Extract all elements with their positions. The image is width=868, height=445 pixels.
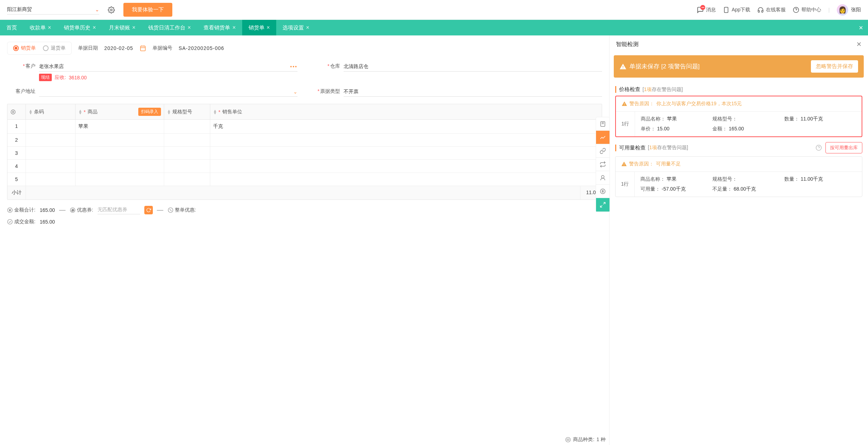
warning-icon xyxy=(621,161,627,167)
order-discount-label: 整单优惠: xyxy=(168,207,196,213)
avail-warning-card: 警告原因： 可用量不足 1行 商品名称：苹果 规格型号： 数量：11.00千克 … xyxy=(615,156,862,197)
col-product[interactable]: ▲▼*商品扫码录入 xyxy=(76,104,164,119)
col-barcode[interactable]: ▲▼条码 xyxy=(26,104,76,119)
close-icon[interactable]: × xyxy=(132,24,135,31)
amount-total-label: ¥ 金额合计: xyxy=(7,207,35,213)
scan-button[interactable]: 扫码录入 xyxy=(138,108,161,116)
svg-line-27 xyxy=(600,205,602,207)
app-download-link[interactable]: App下载 xyxy=(723,7,750,13)
doc-date-label: 单据日期 xyxy=(78,45,98,51)
table-row[interactable]: 3 xyxy=(7,147,602,160)
tab-daily-console[interactable]: 钱货日清工作台× xyxy=(142,20,197,35)
company-name: 阳江新商贸 xyxy=(7,6,32,13)
col-spec[interactable]: ▲▼规格型号 xyxy=(164,104,210,119)
avatar: 👩 xyxy=(837,4,848,16)
field-warehouse: *仓库 北清路店仓 xyxy=(312,62,602,81)
sort-icon: ▲▼ xyxy=(78,109,82,114)
help-icon[interactable] xyxy=(816,145,822,151)
headset-icon xyxy=(757,7,764,13)
grid-settings[interactable] xyxy=(7,104,26,119)
tab-options[interactable]: 选项设置× xyxy=(276,20,316,35)
tool-link-icon[interactable] xyxy=(596,144,610,158)
svg-point-0 xyxy=(111,9,112,11)
more-icon[interactable]: ••• xyxy=(290,64,297,69)
subtotal-label: 小计 xyxy=(7,186,26,199)
price-check-section: 价格检查 [1项存在警告问题] 警告原因： 你上次与该客户交易价格19，本次15… xyxy=(610,80,868,201)
refresh-icon[interactable] xyxy=(144,206,153,214)
ar-label: 应收: xyxy=(55,74,66,81)
customer-input[interactable]: 老张水果店 ••• xyxy=(39,62,297,72)
svg-text:券: 券 xyxy=(71,208,74,212)
chevron-down-icon: ⌄ xyxy=(95,7,99,12)
svg-line-16 xyxy=(169,209,171,211)
output-by-avail-button[interactable]: 按可用量出库 xyxy=(825,142,862,153)
coupon-input[interactable]: 无匹配优惠券 xyxy=(98,205,140,214)
close-icon[interactable]: × xyxy=(232,24,235,31)
svg-point-28 xyxy=(566,437,571,442)
address-input[interactable]: ⌄ xyxy=(39,87,297,97)
close-icon[interactable]: × xyxy=(267,24,270,31)
table-row[interactable]: 1苹果千克 xyxy=(7,120,602,134)
expand-icon[interactable] xyxy=(596,198,610,212)
tool-note-icon[interactable] xyxy=(596,117,610,131)
warehouse-input[interactable]: 北清路店仓 xyxy=(344,62,602,72)
close-icon[interactable]: × xyxy=(48,24,51,31)
tool-user-icon[interactable] xyxy=(596,171,610,185)
svg-point-17 xyxy=(7,219,12,224)
row-number: 1行 xyxy=(616,172,635,197)
close-icon[interactable]: × xyxy=(306,24,309,31)
warning-banner: 单据未保存 [2 项警告问题] 忽略警告并保存 xyxy=(614,55,864,78)
tab-sales-order[interactable]: 销货单× xyxy=(242,20,276,35)
user-menu[interactable]: 👩 张阳 xyxy=(837,4,861,16)
svg-rect-1 xyxy=(724,7,728,12)
right-pane-title: 智能检测 xyxy=(616,41,639,48)
tab-home[interactable]: 首页 xyxy=(0,20,23,35)
ignore-save-button[interactable]: 忽略警告并保存 xyxy=(811,60,858,73)
trial-button[interactable]: 我要体验一下 xyxy=(123,3,172,17)
help-icon xyxy=(793,7,799,13)
topbar: 阳江新商贸 ⌄ 我要体验一下 ••• 消息 App下载 在线客服 帮助中心 | … xyxy=(0,0,868,20)
col-unit[interactable]: ▲▼*销售单位 xyxy=(210,104,256,119)
tool-sync-icon[interactable] xyxy=(596,158,610,171)
field-invoice: *票据类型 不开票 xyxy=(312,87,602,97)
warning-icon xyxy=(622,101,627,107)
messages-link[interactable]: ••• 消息 xyxy=(697,6,716,13)
form-fields: *客户 老张水果店 ••• 现结 应收: 3618.00 *仓库 北清路店 xyxy=(7,58,602,104)
svg-point-9 xyxy=(12,111,14,113)
tool-analysis-icon[interactable] xyxy=(596,131,610,144)
ar-value: 3618.00 xyxy=(69,75,87,80)
table-row[interactable]: 5 xyxy=(7,173,602,186)
help-center-link[interactable]: 帮助中心 xyxy=(793,7,821,13)
calendar-icon[interactable] xyxy=(140,45,146,51)
close-icon[interactable]: × xyxy=(188,24,191,31)
price-check-title: 价格检查 [1项存在警告问题] xyxy=(615,86,862,93)
doc-no-label: 单据编号 xyxy=(152,45,172,51)
username: 张阳 xyxy=(851,7,861,13)
table-row[interactable]: 2 xyxy=(7,134,602,147)
gear-icon[interactable] xyxy=(106,5,116,15)
table-row[interactable]: 4 xyxy=(7,160,602,173)
mobile-icon xyxy=(723,7,729,13)
tab-receipt[interactable]: 收款单× xyxy=(23,20,57,35)
radio-sales-order[interactable]: 销货单 xyxy=(13,45,36,51)
svg-rect-5 xyxy=(140,46,145,51)
amount-total: 165.00 xyxy=(40,207,55,213)
online-service-link[interactable]: 在线客服 xyxy=(757,7,786,13)
invoice-input[interactable]: 不开票 xyxy=(344,87,602,97)
close-all-tabs[interactable]: × xyxy=(854,20,868,35)
radio-return-order[interactable]: 退货单 xyxy=(43,45,66,51)
final-amount-label: 成交金额: xyxy=(7,219,35,225)
tab-sales-history[interactable]: 销货单历史× xyxy=(57,20,102,35)
totals-area: ¥ 金额合计: 165.00 — 券 优惠券: 无匹配优惠券 — 整单优惠: xyxy=(7,200,602,231)
tab-month-lock[interactable]: 月末锁账× xyxy=(102,20,142,35)
row-number: 1行 xyxy=(616,112,635,136)
close-icon[interactable]: × xyxy=(93,24,96,31)
tool-money-icon[interactable] xyxy=(596,185,610,198)
close-icon[interactable]: ✕ xyxy=(856,40,862,48)
svg-point-10 xyxy=(11,110,15,114)
company-select[interactable]: 阳江新商贸 ⌄ xyxy=(7,5,99,15)
tab-view-sales[interactable]: 查看销货单× xyxy=(197,20,242,35)
doc-date-value[interactable]: 2020-02-05 xyxy=(104,45,133,51)
right-pane: 智能检测 ✕ 单据未保存 [2 项警告问题] 忽略警告并保存 价格检查 [1项存… xyxy=(609,35,868,445)
field-address: 客户地址 ⌄ xyxy=(7,87,297,97)
